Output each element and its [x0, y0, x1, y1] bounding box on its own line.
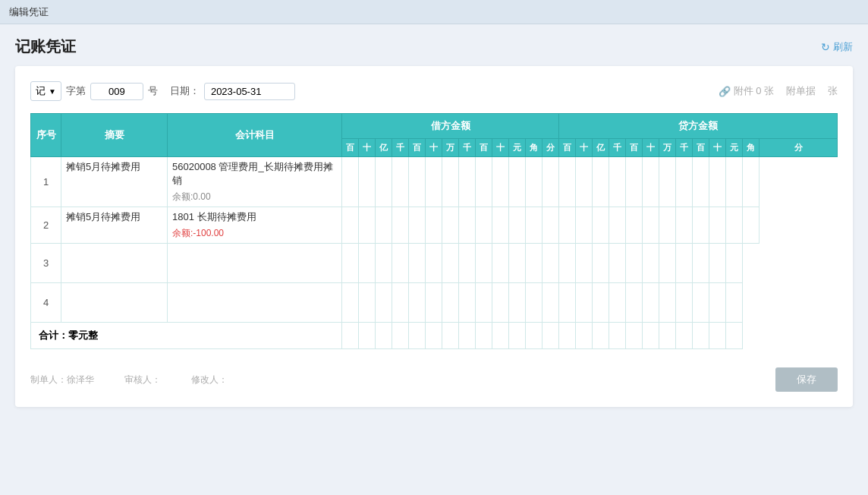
reviewer-label: 审核人： [124, 374, 161, 386]
sub-d2: 十 [359, 139, 376, 157]
sub-c1: 百 [559, 139, 576, 157]
type-select[interactable]: 记 ▼ [30, 81, 61, 101]
table-row: 2 摊销5月待摊费用 1801 长期待摊费用 余额:-100.00 [31, 207, 838, 244]
voucher-table: 序号 摘要 会计科目 借方金额 贷方金额 百 十 亿 千 百 十 万 [30, 113, 838, 349]
sub-c2: 十 [576, 139, 593, 157]
row1-no: 1 [31, 157, 61, 207]
date-input[interactable] [204, 83, 295, 100]
row1-balance: 余额:0.00 [172, 191, 337, 203]
type-value: 记 [36, 84, 46, 98]
attachment-link[interactable]: 🔗 附件 0 张 [719, 84, 774, 98]
page-header: 记账凭证 ↻ 刷新 [15, 36, 853, 57]
col-credit: 贷方金额 [559, 114, 838, 139]
row3-account[interactable] [168, 244, 342, 283]
sub-c9: 百 [693, 139, 709, 157]
sub-d1: 百 [342, 139, 359, 157]
title-bar-text: 编辑凭证 [9, 5, 49, 19]
date-label: 日期： [170, 84, 200, 98]
paperclip-icon: 🔗 [719, 86, 731, 97]
row2-summary-text: 摊销5月待摊费用 [66, 210, 162, 224]
date-group: 日期： [170, 83, 295, 100]
row4-no: 4 [31, 283, 61, 323]
sub-d13: 分 [542, 139, 559, 157]
row4-summary[interactable] [61, 283, 168, 323]
sub-d10: 十 [492, 139, 509, 157]
row1-account-text: 56020008 管理费用_长期待摊费用摊销 [172, 160, 337, 188]
sub-c4: 千 [609, 139, 626, 157]
form-row: 记 ▼ 字第 号 日期： 🔗 附件 0 张 附单据 张 [30, 81, 838, 101]
unit-label: 号 [148, 84, 158, 98]
sub-c5: 百 [626, 139, 643, 157]
col-account: 会计科目 [168, 114, 342, 157]
row3-no: 3 [31, 244, 61, 283]
row2-account-text: 1801 长期待摊费用 [172, 210, 337, 224]
sub-d6: 十 [426, 139, 442, 157]
sub-c11: 元 [726, 139, 743, 157]
page-title: 记账凭证 [15, 36, 76, 57]
sub-d4: 千 [392, 139, 409, 157]
col-seq: 序号 [31, 114, 61, 157]
sub-c3: 亿 [593, 139, 609, 157]
type-group: 记 ▼ 字第 号 [30, 81, 158, 101]
title-bar: 编辑凭证 [0, 0, 868, 24]
table-header-main: 序号 摘要 会计科目 借方金额 贷方金额 [31, 114, 838, 139]
attach-sublabel: 附单据 [786, 84, 816, 98]
row2-summary[interactable]: 摊销5月待摊费用 [61, 207, 168, 244]
sub-d3: 亿 [376, 139, 392, 157]
sub-d9: 百 [476, 139, 492, 157]
row4-account[interactable] [168, 283, 342, 323]
row2-account[interactable]: 1801 长期待摊费用 余额:-100.00 [168, 207, 342, 244]
attachment-label: 附件 0 张 [734, 84, 774, 98]
table-row: 4 [31, 283, 838, 323]
footer-row: 制单人：徐泽华 审核人： 修改人： 保存 [30, 360, 838, 392]
sub-c6: 十 [643, 139, 659, 157]
attach-count: 张 [828, 84, 838, 98]
summary-row: 合计：零元整 [31, 323, 838, 349]
row1-summary[interactable]: 摊销5月待摊费用 [61, 157, 168, 207]
refresh-button[interactable]: ↻ 刷新 [821, 40, 853, 54]
attachment-area: 🔗 附件 0 张 附单据 张 [719, 84, 838, 98]
chevron-down-icon: ▼ [49, 87, 56, 96]
sub-d7: 万 [442, 139, 459, 157]
sub-d12: 角 [526, 139, 542, 157]
sub-c10: 十 [709, 139, 726, 157]
summary-label: 合计：零元整 [31, 323, 342, 349]
refresh-label: 刷新 [833, 40, 853, 54]
col-debit: 借方金额 [342, 114, 559, 139]
sub-c7: 万 [659, 139, 676, 157]
save-button[interactable]: 保存 [775, 367, 838, 392]
sub-c8: 千 [676, 139, 693, 157]
table-row: 1 摊销5月待摊费用 56020008 管理费用_长期待摊费用摊销 余额:0.0… [31, 157, 838, 207]
sub-c12: 角 [743, 139, 760, 157]
modifier-label: 修改人： [191, 374, 228, 386]
voucher-card: 记 ▼ 字第 号 日期： 🔗 附件 0 张 附单据 张 [15, 66, 853, 407]
main-content: 记账凭证 ↻ 刷新 记 ▼ 字第 号 日期： [0, 24, 868, 495]
refresh-icon: ↻ [821, 41, 830, 53]
sub-c13: 分 [760, 139, 838, 157]
row2-no: 2 [31, 207, 61, 244]
field-number-input[interactable] [90, 83, 143, 100]
col-summary: 摘要 [61, 114, 168, 157]
row1-account[interactable]: 56020008 管理费用_长期待摊费用摊销 余额:0.00 [168, 157, 342, 207]
sub-d8: 千 [459, 139, 476, 157]
row2-balance: 余额:-100.00 [172, 227, 337, 240]
creator-label: 制单人：徐泽华 [30, 374, 94, 386]
row3-summary[interactable] [61, 244, 168, 283]
sub-d11: 元 [509, 139, 526, 157]
table-row: 3 [31, 244, 838, 283]
field-label: 字第 [66, 84, 86, 98]
row1-summary-text: 摊销5月待摊费用 [66, 160, 162, 174]
sub-d5: 百 [409, 139, 426, 157]
